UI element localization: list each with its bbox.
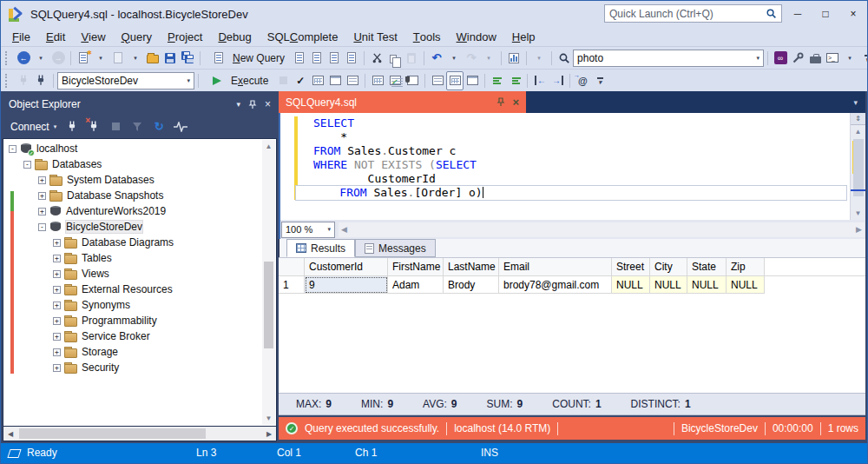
tree-expander-icon[interactable]: +: [38, 208, 46, 215]
scroll-right-icon[interactable]: ▶: [856, 225, 862, 234]
tree-expander-icon[interactable]: -: [9, 145, 16, 153]
new-file-icon[interactable]: ✱: [75, 49, 92, 68]
close-tab-icon[interactable]: ×: [512, 96, 519, 109]
column-header-state[interactable]: State: [687, 258, 727, 276]
grid-cell-email[interactable]: brody78@gmail.com: [499, 276, 612, 294]
change-connection-icon[interactable]: [32, 71, 49, 90]
menu-item-project[interactable]: Project: [160, 27, 210, 46]
results-to-text-icon[interactable]: [429, 71, 446, 90]
cancel-icon[interactable]: [274, 71, 292, 90]
column-header-firstname[interactable]: FirstName: [388, 258, 444, 276]
live-statistics-icon[interactable]: [404, 71, 421, 90]
tree-expander-icon[interactable]: +: [53, 239, 61, 247]
tree-expander-icon[interactable]: +: [53, 317, 61, 325]
nav-back-icon[interactable]: ←: [15, 49, 32, 68]
editor-vertical-scrollbar[interactable]: ⇕ ▲ ▼: [850, 113, 865, 220]
scroll-right-icon[interactable]: ▶: [262, 430, 276, 438]
command-window-icon[interactable]: >_: [824, 49, 841, 68]
code-line-2[interactable]: *: [313, 130, 846, 144]
uncomment-icon[interactable]: [506, 71, 523, 90]
add-item-menu-icon[interactable]: ▾: [127, 49, 144, 68]
menu-item-edit[interactable]: Edit: [38, 27, 73, 46]
splitter-handle-icon[interactable]: ⇕: [851, 113, 865, 125]
tree-expander-icon[interactable]: -: [38, 223, 46, 231]
grid-cell-street[interactable]: NULL: [612, 276, 650, 294]
grid-cell-city[interactable]: NULL: [650, 276, 687, 294]
scroll-left-icon[interactable]: ◀: [341, 225, 347, 234]
sqlcmd-icon[interactable]: @: [574, 71, 591, 90]
scroll-up-icon[interactable]: ▲: [262, 143, 275, 150]
tree-item-programmability[interactable]: +Programmability: [3, 313, 276, 328]
pin-icon[interactable]: [496, 97, 505, 107]
tree-expander-icon[interactable]: +: [53, 286, 61, 294]
column-header-city[interactable]: City: [650, 258, 687, 276]
tree-item-synonyms[interactable]: +Synonyms: [3, 297, 276, 313]
parse-icon[interactable]: ✓: [292, 71, 309, 90]
tree-expander-icon[interactable]: -: [23, 161, 31, 169]
tree-horizontal-scrollbar[interactable]: ◀ ▶: [3, 427, 277, 441]
command-window-menu-icon[interactable]: ▾: [841, 49, 858, 68]
editor-horizontal-scrollbar[interactable]: ◀ ▶: [339, 222, 865, 237]
actual-plan-icon[interactable]: [369, 71, 386, 90]
dmx-query-icon[interactable]: [308, 49, 326, 68]
undo-icon[interactable]: ↶: [428, 49, 445, 68]
results-to-grid-icon[interactable]: [446, 71, 464, 90]
row-number-cell[interactable]: 1: [279, 276, 305, 294]
column-header-lastname[interactable]: LastName: [444, 258, 499, 276]
zoom-combobox[interactable]: 100 % ▾: [281, 222, 335, 238]
menu-item-sql-complete[interactable]: SQL Complete: [260, 27, 346, 46]
toolbar-grip[interactable]: [5, 51, 11, 65]
code-line-4[interactable]: WHERE NOT EXISTS (SELECT: [313, 158, 846, 172]
undo-menu-icon[interactable]: ▾: [445, 49, 463, 68]
tree-item-external-resources[interactable]: +External Resources: [3, 282, 276, 297]
column-header-email[interactable]: Email: [499, 258, 612, 276]
tree-item-tables[interactable]: +Tables: [3, 250, 276, 266]
open-file-icon[interactable]: [144, 49, 161, 68]
tree-expander-icon[interactable]: +: [38, 192, 46, 200]
tree-item-database-diagrams[interactable]: +Database Diagrams: [3, 235, 276, 250]
scroll-up-icon[interactable]: ▲: [851, 128, 865, 136]
nav-forward-icon[interactable]: →: [49, 49, 67, 68]
menu-item-help[interactable]: Help: [504, 27, 543, 46]
tree-item-storage[interactable]: +Storage: [3, 344, 276, 360]
column-header-zip[interactable]: Zip: [727, 258, 765, 276]
minimize-button[interactable]: ─: [784, 1, 812, 27]
toolbox-icon[interactable]: [806, 49, 824, 68]
paste-icon[interactable]: [403, 49, 420, 68]
scrollbar-thumb[interactable]: [264, 262, 273, 348]
comment-icon[interactable]: [489, 71, 506, 90]
quick-launch-input[interactable]: Quick Launch (Ctrl+Q): [604, 4, 782, 23]
options-wrench-icon[interactable]: [789, 49, 806, 68]
xmla-query-icon[interactable]: [326, 49, 343, 68]
connect-dropdown[interactable]: Connect ▾: [7, 117, 60, 136]
cut-icon[interactable]: [368, 49, 385, 68]
tree-expander-icon[interactable]: +: [38, 176, 46, 184]
scrollbar-thumb[interactable]: [853, 139, 864, 196]
save-all-icon[interactable]: [179, 49, 196, 68]
tree-expander-icon[interactable]: +: [53, 270, 61, 278]
intellisense-icon[interactable]: [344, 71, 361, 90]
menu-item-file[interactable]: File: [4, 27, 38, 46]
database-combobox[interactable]: BicycleStoreDev▾: [57, 72, 194, 89]
tab-messages[interactable]: Messages: [355, 239, 436, 257]
results-to-file-icon[interactable]: [464, 71, 481, 90]
oe-stop-icon[interactable]: [106, 117, 125, 136]
code-line-5[interactable]: CustomerId: [313, 172, 846, 186]
scroll-down-icon[interactable]: ▼: [262, 414, 275, 422]
column-header-street[interactable]: Street: [612, 258, 650, 276]
tab-results[interactable]: Results: [286, 239, 355, 257]
save-icon[interactable]: [161, 49, 179, 68]
connect-icon[interactable]: [15, 71, 32, 90]
close-button[interactable]: ×: [839, 1, 867, 27]
menu-item-window[interactable]: Window: [449, 27, 504, 46]
grid-cell-state[interactable]: NULL: [687, 276, 727, 294]
search-combobox[interactable]: photo▾: [573, 50, 764, 67]
increase-indent-icon[interactable]: →: [549, 71, 566, 90]
grid-cell-firstname[interactable]: Adam: [388, 276, 444, 294]
pin-icon[interactable]: [248, 100, 257, 109]
tree-expander-icon[interactable]: +: [53, 333, 61, 341]
code-line-3[interactable]: FROM Sales.Customer c: [313, 144, 846, 158]
tree-item-database-snapshots[interactable]: +Database Snapshots: [3, 188, 276, 203]
oe-connect-icon[interactable]: [62, 117, 82, 136]
tab-list-chevron-icon[interactable]: ▾: [845, 91, 865, 113]
